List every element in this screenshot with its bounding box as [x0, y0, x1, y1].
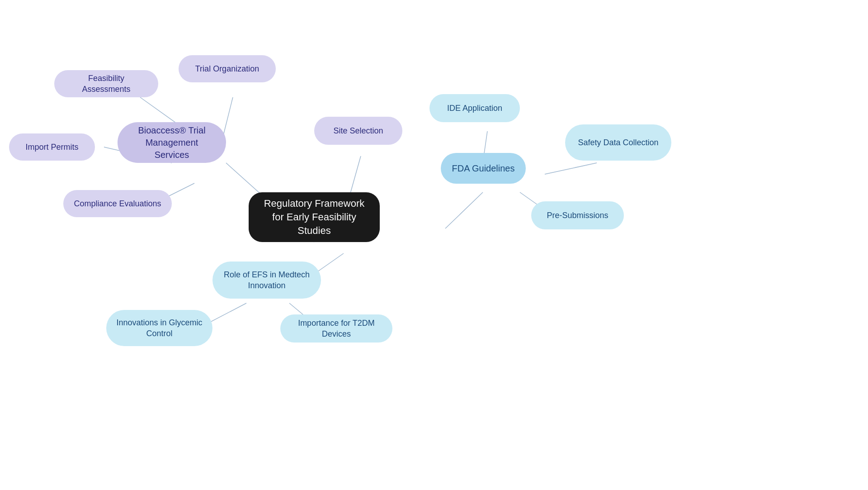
- compliance-label: Compliance Evaluations: [74, 198, 161, 209]
- site-selection-label: Site Selection: [333, 125, 383, 136]
- presubmissions-node: Pre-Submissions: [531, 201, 624, 229]
- compliance-node: Compliance Evaluations: [63, 190, 172, 217]
- ide-label: IDE Application: [447, 103, 502, 114]
- feasibility-label: Feasibility Assessments: [64, 73, 148, 95]
- t2dm-label: Importance for T2DM Devices: [290, 318, 382, 340]
- role-efs-label: Role of EFS in Medtech Innovation: [222, 269, 311, 291]
- svg-line-6: [445, 192, 483, 228]
- import-node: Import Permits: [9, 133, 95, 161]
- import-label: Import Permits: [25, 142, 78, 152]
- bioaccess-label: Bioaccess® Trial Management Services: [127, 124, 216, 161]
- bioaccess-node: Bioaccess® Trial Management Services: [118, 122, 226, 163]
- glycemic-node: Innovations in Glycemic Control: [106, 310, 212, 346]
- trial-org-node: Trial Organization: [179, 55, 276, 82]
- center-node: Regulatory Framework for Early Feasibili…: [249, 192, 380, 242]
- safety-label: Safety Data Collection: [578, 137, 658, 148]
- fda-label: FDA Guidelines: [452, 162, 515, 175]
- t2dm-node: Importance for T2DM Devices: [280, 314, 392, 343]
- fda-node: FDA Guidelines: [441, 153, 526, 184]
- svg-line-8: [545, 163, 597, 174]
- feasibility-node: Feasibility Assessments: [54, 70, 158, 97]
- ide-node: IDE Application: [429, 94, 520, 122]
- role-efs-node: Role of EFS in Medtech Innovation: [212, 262, 321, 299]
- presubmissions-label: Pre-Submissions: [547, 210, 608, 221]
- site-selection-node: Site Selection: [314, 117, 402, 145]
- safety-node: Safety Data Collection: [565, 124, 671, 161]
- glycemic-label: Innovations in Glycemic Control: [116, 317, 203, 339]
- trial-org-label: Trial Organization: [195, 63, 259, 74]
